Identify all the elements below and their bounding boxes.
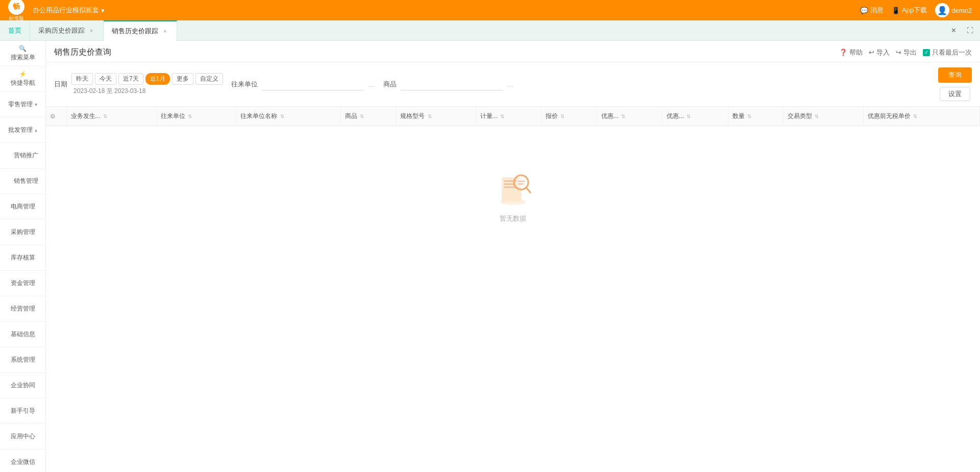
- tab-sales[interactable]: 销售历史价跟踪 ×: [104, 20, 177, 41]
- user-action[interactable]: 👤 demo2: [935, 3, 972, 17]
- col-discount1[interactable]: 优惠... ⇅: [597, 107, 663, 126]
- sort-icon-biz-date: ⇅: [103, 113, 107, 119]
- sidebar-item-basic[interactable]: 基础信息: [0, 322, 45, 347]
- logo-area: 畅 标准版: [8, 0, 24, 22]
- filter-actions: 查询 设置: [938, 67, 972, 101]
- col-pretax-price-label: 优惠前无税单价: [868, 112, 911, 120]
- import-icon: ↩: [869, 49, 874, 56]
- sidebar-item-sales-label: 销售管理: [14, 177, 38, 185]
- sidebar-item-enterprise[interactable]: 企业协同: [0, 373, 45, 398]
- export-action[interactable]: ↪ 导出: [896, 48, 917, 57]
- sidebar-item-inventory[interactable]: 库存核算: [0, 245, 45, 271]
- search-icon: 🔍: [19, 45, 27, 52]
- col-pretax-price[interactable]: 优惠前无税单价 ⇅: [863, 107, 979, 126]
- sidebar-item-ecommerce[interactable]: 电商管理: [0, 194, 45, 220]
- only-last-checkbox[interactable]: 只看最后一次: [923, 48, 972, 57]
- product-filter-dots[interactable]: ...: [507, 80, 513, 89]
- col-settings[interactable]: ⚙: [46, 107, 66, 126]
- logo-icon: 畅: [8, 0, 24, 15]
- message-action[interactable]: 💬 消息: [860, 6, 884, 15]
- tab-close-button[interactable]: ✕: [947, 25, 960, 37]
- tab-home[interactable]: 首页: [0, 20, 30, 41]
- sidebar-item-search[interactable]: 🔍 搜索菜单: [0, 41, 45, 66]
- sidebar-item-wechat-label: 企业微信: [11, 458, 35, 466]
- content: 销售历史价查询 ❓ 帮助 ↩ 导入 ↪ 导出 只看最后一次: [46, 41, 980, 472]
- download-action[interactable]: 📱 App下载: [892, 6, 927, 15]
- col-quantity-label: 数量: [732, 112, 745, 120]
- sidebar-item-quicknav[interactable]: ⚡ 快捷导航: [0, 66, 45, 92]
- sidebar-item-marketing[interactable]: 营销推广: [0, 143, 45, 169]
- sort-icon-partner-name: ⇅: [280, 113, 284, 119]
- sort-icon-spec: ⇅: [428, 113, 432, 119]
- tab-purchase-close-icon[interactable]: ×: [88, 27, 95, 34]
- sidebar-item-system[interactable]: 系统管理: [0, 347, 45, 373]
- help-action[interactable]: ❓ 帮助: [839, 48, 863, 57]
- date-btn-more[interactable]: 更多: [172, 73, 193, 85]
- col-quoted-price[interactable]: 报价 ⇅: [542, 107, 597, 126]
- sidebar-item-marketing-label: 营销推广: [14, 151, 38, 160]
- date-range-text: 2023-02-18 至 2023-03-18: [74, 87, 223, 96]
- date-filter-label: 日期: [54, 80, 67, 89]
- col-partner-name[interactable]: 往来单位名称 ⇅: [236, 107, 340, 126]
- tab-purchase[interactable]: 采购历史价跟踪 ×: [30, 20, 104, 41]
- col-product[interactable]: 商品 ⇅: [340, 107, 396, 126]
- col-trade-type[interactable]: 交易类型 ⇅: [783, 107, 863, 126]
- date-btn-custom[interactable]: 自定义: [195, 73, 223, 85]
- sidebar-item-newguide[interactable]: 新手引导: [0, 398, 45, 424]
- page-title: 销售历史价查询: [54, 47, 111, 58]
- col-spec-label: 规格型号: [400, 112, 425, 120]
- tab-bar: 首页 采购历史价跟踪 × 销售历史价跟踪 × ✕ ⛶: [0, 20, 980, 41]
- col-spec[interactable]: 规格型号 ⇅: [396, 107, 476, 126]
- import-label: 导入: [876, 48, 890, 57]
- page-header-actions: ❓ 帮助 ↩ 导入 ↪ 导出 只看最后一次: [839, 48, 972, 57]
- import-action[interactable]: ↩ 导入: [869, 48, 890, 57]
- only-last-label: 只看最后一次: [932, 48, 972, 57]
- product-filter-input[interactable]: [401, 78, 503, 90]
- sidebar-item-search-label: 搜索菜单: [11, 53, 35, 62]
- partner-filter-dots[interactable]: ...: [368, 80, 375, 89]
- sidebar-item-wechat[interactable]: 企业微信: [0, 450, 45, 472]
- sidebar-item-appcenter-label: 应用中心: [11, 432, 35, 441]
- data-table: ⚙ 业务发生... ⇅ 往来单位 ⇅ 往来单位名称 ⇅: [46, 107, 980, 126]
- sort-icon-discount1: ⇅: [621, 113, 625, 119]
- sidebar-item-operations[interactable]: 经营管理: [0, 296, 45, 322]
- date-btn-yesterday[interactable]: 昨天: [71, 73, 93, 85]
- query-button[interactable]: 查询: [938, 67, 972, 83]
- help-label: 帮助: [849, 48, 863, 57]
- partner-filter-input[interactable]: [262, 78, 364, 90]
- sidebar-item-finance[interactable]: 资金管理: [0, 271, 45, 296]
- sort-icon-quoted-price: ⇅: [560, 113, 565, 119]
- svg-point-6: [516, 177, 526, 187]
- date-btn-7days[interactable]: 近7天: [118, 73, 143, 85]
- col-partner-code[interactable]: 往来单位 ⇅: [156, 107, 236, 126]
- sidebar-item-purchase-label: 采购管理: [11, 228, 35, 237]
- chevron-down-icon: ▾: [101, 7, 105, 14]
- sidebar-item-purchase[interactable]: 采购管理: [0, 220, 45, 245]
- sidebar: 🔍 搜索菜单 ⚡ 快捷导航 零售管理 ▾ 批发管理 ▴ 营销推广 销售管理 电商…: [0, 41, 46, 472]
- col-biz-date[interactable]: 业务发生... ⇅: [66, 107, 156, 126]
- sidebar-item-retail[interactable]: 零售管理 ▾: [0, 92, 45, 117]
- gear-icon[interactable]: ⚙: [50, 113, 56, 120]
- date-btn-1month[interactable]: 近1月: [145, 73, 170, 85]
- app-selector[interactable]: 办公用品行业模拟账套 ▾: [29, 4, 109, 17]
- sidebar-item-wholesale[interactable]: 批发管理 ▴: [0, 117, 45, 143]
- date-btn-today[interactable]: 今天: [95, 73, 116, 85]
- svg-line-7: [526, 187, 530, 193]
- sort-icon-trade-type: ⇅: [815, 113, 819, 119]
- col-unit[interactable]: 计量... ⇅: [476, 107, 542, 126]
- sidebar-item-sales-mgmt[interactable]: 销售管理: [0, 169, 45, 194]
- col-discount2-label: 优惠...: [667, 112, 684, 120]
- tab-purchase-label: 采购历史价跟踪: [38, 26, 85, 35]
- product-filter-label: 商品: [383, 80, 397, 89]
- message-label: 消息: [870, 6, 884, 15]
- col-discount2[interactable]: 优惠... ⇅: [663, 107, 728, 126]
- partner-filter-label: 往来单位: [231, 80, 258, 89]
- sidebar-item-appcenter[interactable]: 应用中心: [0, 424, 45, 450]
- tab-sales-close-icon[interactable]: ×: [161, 28, 168, 35]
- page-header: 销售历史价查询 ❓ 帮助 ↩ 导入 ↪ 导出 只看最后一次: [46, 41, 980, 62]
- sort-icon-unit: ⇅: [500, 113, 504, 119]
- tab-maximize-button[interactable]: ⛶: [964, 25, 976, 37]
- download-label: App下载: [902, 6, 927, 15]
- settings-button[interactable]: 设置: [940, 87, 970, 101]
- col-quantity[interactable]: 数量 ⇅: [728, 107, 783, 126]
